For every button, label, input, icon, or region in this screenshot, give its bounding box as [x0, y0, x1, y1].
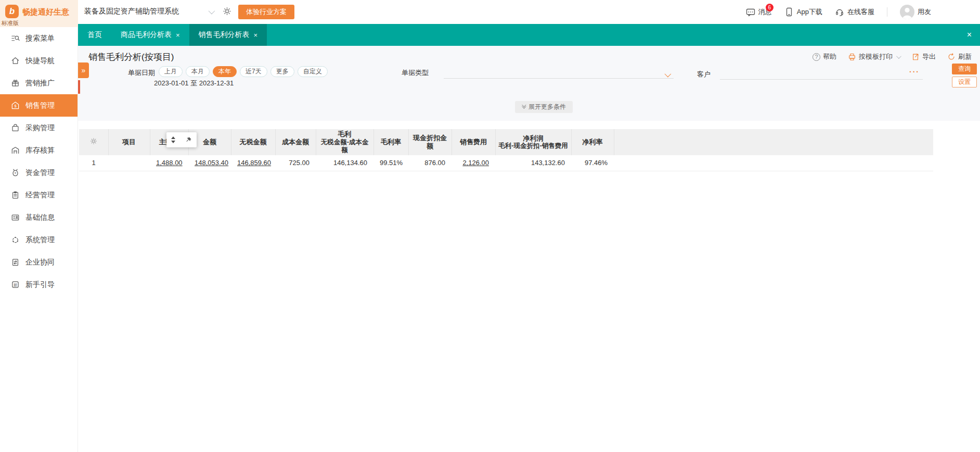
query-button[interactable]: 查询: [952, 64, 977, 74]
customer-input[interactable]: [720, 79, 923, 80]
sidebar-item-collaboration[interactable]: 企业协同: [0, 251, 78, 273]
main-content: 销售毛利分析(按项目) ? 帮助 按模板打印 导出 刷新 » 单据日期: [78, 46, 980, 452]
help-icon: ?: [813, 53, 820, 61]
export-label: 导出: [922, 52, 936, 61]
quick-nav-icon: [11, 56, 20, 65]
sidebar-item-label: 营销推广: [25, 79, 55, 88]
date-option-this-month[interactable]: 本月: [186, 66, 210, 77]
sidebar-item-sales[interactable]: $ 销售管理: [0, 94, 78, 117]
date-option-custom[interactable]: 自定义: [298, 66, 328, 77]
cell-gross-profit: 146,134.60: [316, 155, 373, 171]
sidebar-item-quick-nav[interactable]: 快捷导航: [0, 49, 78, 72]
gear-icon[interactable]: [223, 7, 231, 18]
expand-more-conditions-button[interactable]: 展开更多条件: [515, 101, 573, 113]
header-net-margin[interactable]: 净利率: [571, 129, 614, 155]
sidebar-item-label: 采购管理: [25, 123, 55, 133]
sidebar-item-basic-info[interactable]: 基础信息: [0, 206, 78, 229]
tab-home[interactable]: 首页: [78, 24, 111, 46]
sidebar-item-operations[interactable]: 经营管理: [0, 184, 78, 206]
tab-close-icon[interactable]: ×: [176, 32, 180, 39]
refresh-button[interactable]: 刷新: [947, 52, 972, 61]
sidebar-item-funds[interactable]: ¥ 资金管理: [0, 161, 78, 184]
cell-net-margin: 97.46%: [571, 155, 614, 171]
column-settings-header[interactable]: [79, 129, 108, 155]
help-button[interactable]: ? 帮助: [813, 52, 836, 61]
date-quick-options: 上月 本月 本年 近7天 更多 自定义: [159, 66, 328, 77]
chevron-down-icon: [209, 7, 215, 14]
close-all-tabs-icon[interactable]: ×: [967, 30, 972, 40]
table-row: 1 1,488.00 148,053.40 146,859.60 725.00 …: [79, 155, 933, 171]
tab-close-icon[interactable]: ×: [254, 32, 258, 39]
brand-name: 畅捷通好生意: [22, 7, 69, 17]
sidebar-item-label: 快捷导航: [25, 56, 55, 66]
tab-label: 首页: [87, 30, 102, 40]
date-option-last-month[interactable]: 上月: [159, 66, 183, 77]
header-gross-margin[interactable]: 毛利率: [373, 129, 408, 155]
tabbar: 首页 商品毛利分析表 × 销售毛利分析表 × ×: [78, 24, 980, 46]
system-select[interactable]: 装备及固定资产辅助管理系统: [84, 7, 213, 16]
cell-project: [108, 155, 150, 171]
chevron-down-icon[interactable]: [896, 54, 901, 59]
customer-picker-dots-icon[interactable]: ···: [909, 68, 920, 76]
doc-type-input[interactable]: [444, 78, 674, 79]
header-untaxed-amount[interactable]: 无税金额: [231, 129, 275, 155]
sidebar-item-label: 资金管理: [25, 168, 55, 178]
app-download-item[interactable]: App下载: [784, 7, 822, 17]
cell-net-profit: 143,132.60: [495, 155, 571, 171]
amount-link[interactable]: 148,053.40: [195, 159, 228, 167]
header-cost-amount[interactable]: 成本金额: [275, 129, 316, 155]
sort-toggle-icon[interactable]: [171, 136, 175, 143]
sidebar-item-label: 经营管理: [25, 191, 55, 200]
purchase-bag-icon: [11, 123, 20, 132]
sidebar-item-newbie-guide[interactable]: 新 新手引导: [0, 273, 78, 296]
search-menu-icon: [11, 34, 20, 43]
expand-more-label: 展开更多条件: [528, 103, 566, 111]
system-icon: [11, 235, 20, 244]
date-option-more[interactable]: 更多: [270, 66, 294, 77]
print-label: 按模板打印: [859, 52, 893, 61]
header-sales-expense[interactable]: 销售费用: [452, 129, 495, 155]
trial-solution-button[interactable]: 体验行业方案: [238, 5, 294, 19]
cell-main-qty: 1,488.00: [150, 155, 188, 171]
cell-amount: 148,053.40: [188, 155, 231, 171]
sidebar-item-system[interactable]: 系统管理: [0, 229, 78, 251]
tab-sales-gross-profit[interactable]: 销售毛利分析表 ×: [189, 24, 267, 46]
date-filter-label: 单据日期: [128, 68, 155, 78]
printer-icon: [848, 53, 856, 61]
username: 用友: [918, 7, 931, 17]
phone-icon: [784, 7, 794, 17]
print-by-template-button[interactable]: 按模板打印: [848, 52, 900, 61]
collaboration-icon: [11, 258, 20, 267]
untaxed-amount-link[interactable]: 146,859.60: [237, 159, 271, 167]
online-service-item[interactable]: 在线客服: [835, 7, 874, 17]
tab-label: 销售毛利分析表: [199, 30, 250, 40]
messages-item[interactable]: 消息 6: [746, 7, 772, 17]
online-service-label: 在线客服: [847, 7, 874, 17]
chevron-down-icon[interactable]: [665, 70, 669, 79]
sidebar-item-search-menu[interactable]: 搜索菜单: [0, 27, 78, 49]
tab-product-gross-profit[interactable]: 商品毛利分析表 ×: [111, 24, 189, 46]
sidebar-item-purchase[interactable]: 采购管理: [0, 117, 78, 139]
sidebar-item-marketing[interactable]: 营销推广: [0, 72, 78, 94]
user-item[interactable]: 用友: [900, 5, 931, 19]
collapse-filter-button[interactable]: »: [78, 62, 89, 78]
svg-text:¥: ¥: [15, 171, 17, 174]
page-toolbar: ? 帮助 按模板打印 导出 刷新: [813, 52, 972, 61]
column-sort-pin-popup: [166, 132, 197, 147]
header-net-profit[interactable]: 净利润毛利-现金折扣-销售费用: [495, 129, 571, 155]
help-label: 帮助: [823, 52, 836, 61]
sidebar-item-inventory[interactable]: 库存核算: [0, 139, 78, 161]
pin-column-icon[interactable]: [185, 136, 192, 143]
settings-button[interactable]: 设置: [952, 77, 977, 87]
header-cash-discount[interactable]: 现金折扣金额: [408, 129, 452, 155]
cell-filler: [614, 155, 933, 171]
date-option-last-7-days[interactable]: 近7天: [240, 66, 267, 77]
sidebar-item-label: 基础信息: [25, 213, 55, 222]
header-gross-profit[interactable]: 毛利无税金额-成本金额: [316, 129, 373, 155]
cell-cost-amount: 725.00: [275, 155, 316, 171]
date-option-this-year[interactable]: 本年: [213, 66, 237, 77]
header-project[interactable]: 项目: [108, 129, 150, 155]
export-button[interactable]: 导出: [911, 52, 936, 61]
sales-expense-link[interactable]: 2,126.00: [462, 159, 489, 167]
main-qty-link[interactable]: 1,488.00: [156, 159, 183, 167]
